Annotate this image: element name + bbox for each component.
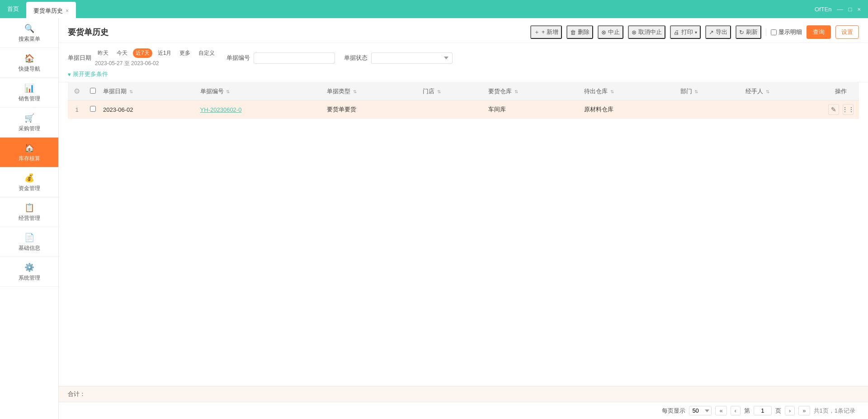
- th-action: 操作: [823, 82, 859, 100]
- top-nav: 首页 要货单历史 × OfTEn — □ ×: [0, 0, 868, 18]
- sidebar-label-sales: 销售管理: [19, 95, 40, 103]
- th-pending-warehouse[interactable]: 待出仓库 ⇅: [580, 82, 676, 100]
- th-settings: ⚙: [68, 82, 86, 100]
- table-row: 1 2023-06-02 YH-20230602-0 要货单要货 车间库 原材料…: [68, 100, 859, 119]
- th-checkbox: [86, 82, 99, 100]
- select-all-checkbox[interactable]: [90, 88, 96, 94]
- row-more-icon[interactable]: ⋮⋮: [843, 104, 854, 115]
- docnum-input[interactable]: [254, 52, 335, 64]
- docnum-label: 单据编号: [226, 54, 250, 62]
- home-icon: 🏠: [24, 53, 34, 63]
- finance-icon: 💰: [24, 173, 34, 183]
- query-button[interactable]: 查询: [807, 25, 831, 39]
- settings-button[interactable]: 设置: [835, 25, 859, 39]
- data-table: ⚙ 单据日期 ⇅ 单据编号 ⇅: [68, 82, 859, 119]
- sidebar-label-search: 搜索菜单: [19, 35, 40, 43]
- tab-close-icon[interactable]: ×: [66, 8, 69, 14]
- filter-docnum: 单据编号: [226, 52, 335, 64]
- date-opt-more[interactable]: 更多: [177, 48, 193, 58]
- sidebar-item-system[interactable]: ⚙️ 系统管理: [0, 257, 58, 287]
- sidebar-label-inventory: 库存核算: [19, 155, 40, 162]
- status-select[interactable]: [371, 52, 453, 64]
- page-size-select[interactable]: 20 50 100: [689, 406, 712, 415]
- sidebar-item-basic-info[interactable]: 📄 基础信息: [0, 227, 58, 257]
- sidebar-item-finance[interactable]: 💰 资金管理: [0, 167, 58, 197]
- export-icon: ↗: [709, 29, 714, 36]
- new-icon: ＋: [534, 28, 540, 36]
- pagination: 每页显示 20 50 100 « ‹ 第 页 › » 共1页，1条记录: [59, 402, 868, 419]
- window-close-icon[interactable]: ×: [857, 6, 861, 13]
- sidebar-label-quick-nav: 快捷导航: [19, 65, 40, 73]
- expand-more-btn[interactable]: ▾ 展开更多条件: [68, 70, 859, 78]
- display-detail-checkbox[interactable]: [771, 29, 777, 35]
- filter-area: 单据日期 昨天 今天 近7天 近1月 更多 自定义 2023-05-27 至 2…: [59, 43, 868, 82]
- column-settings-icon[interactable]: ⚙: [74, 87, 80, 95]
- expand-more-label: 展开更多条件: [73, 70, 108, 78]
- content-area: 要货单历史 ＋ + 新增 🗑 删除 ⊗ 中止 ⊗ 取消中止: [59, 18, 868, 419]
- toolbar: ＋ + 新增 🗑 删除 ⊗ 中止 ⊗ 取消中止 🖨 打印: [530, 25, 859, 39]
- first-page-btn[interactable]: «: [715, 406, 726, 415]
- status-label: 单据状态: [344, 54, 368, 62]
- next-page-btn[interactable]: ›: [785, 406, 795, 415]
- date-opt-1month[interactable]: 近1月: [155, 48, 175, 58]
- date-opt-today[interactable]: 今天: [114, 48, 130, 58]
- th-store[interactable]: 门店 ⇅: [419, 82, 485, 100]
- sidebar-item-search[interactable]: 🔍 搜索菜单: [0, 18, 58, 48]
- th-req-warehouse[interactable]: 要货仓库 ⇅: [485, 82, 580, 100]
- delete-button[interactable]: 🗑 删除: [566, 25, 593, 39]
- th-docdate[interactable]: 单据日期 ⇅: [99, 82, 197, 100]
- print-button[interactable]: 🖨 打印 ▾: [670, 25, 701, 39]
- sort-icon-pending-warehouse: ⇅: [610, 89, 614, 94]
- cancel-stop-button[interactable]: ⊗ 取消中止: [628, 25, 665, 39]
- sort-icon-department: ⇅: [694, 89, 698, 94]
- date-opt-7days[interactable]: 近7天: [133, 48, 152, 58]
- filter-date: 单据日期 昨天 今天 近7天 近1月 更多 自定义 2023-05-27 至 2…: [68, 48, 217, 67]
- sort-icon-docnum: ⇅: [226, 89, 230, 94]
- tab-requisition-history[interactable]: 要货单历史 ×: [26, 2, 76, 20]
- row-docnum-link[interactable]: YH-20230602-0: [200, 106, 242, 113]
- display-detail-label[interactable]: 显示明细: [771, 28, 802, 36]
- last-page-btn[interactable]: »: [798, 406, 810, 415]
- th-doctype[interactable]: 单据类型 ⇅: [323, 82, 419, 100]
- row-checkbox[interactable]: [90, 106, 96, 112]
- th-department[interactable]: 部门 ⇅: [677, 82, 742, 100]
- sidebar-label-operations: 经营管理: [19, 214, 40, 222]
- sidebar-item-quick-nav[interactable]: 🏠 快捷导航: [0, 48, 58, 78]
- expand-chevron-icon: ▾: [68, 71, 71, 78]
- main-layout: 🔍 搜索菜单 🏠 快捷导航 📊 销售管理 🛒 采购管理 🏠 库存核算 💰 资金管…: [0, 18, 868, 419]
- sort-icon-docdate: ⇅: [129, 89, 133, 94]
- th-handler[interactable]: 经手人 ⇅: [742, 82, 823, 100]
- date-opts: 昨天 今天 近7天 近1月 更多 自定义: [95, 48, 217, 58]
- sidebar-label-basic-info: 基础信息: [19, 244, 40, 252]
- stop-button[interactable]: ⊗ 中止: [598, 25, 623, 39]
- sidebar-item-purchase[interactable]: 🛒 采购管理: [0, 108, 58, 138]
- sidebar-item-inventory[interactable]: 🏠 库存核算: [0, 138, 58, 167]
- toolbar-divider: [766, 29, 766, 36]
- row-doctype: 要货单要货: [323, 100, 419, 119]
- date-label: 单据日期: [68, 54, 91, 62]
- refresh-button[interactable]: ↻ 刷新: [736, 25, 761, 39]
- stop-icon: ⊗: [601, 29, 606, 36]
- maximize-icon[interactable]: □: [849, 6, 852, 13]
- th-docnum[interactable]: 单据编号 ⇅: [197, 82, 323, 100]
- new-button[interactable]: ＋ + 新增: [530, 25, 562, 39]
- sidebar-item-sales[interactable]: 📊 销售管理: [0, 78, 58, 108]
- row-docdate: 2023-06-02: [99, 100, 197, 119]
- page-unit: 页: [775, 407, 781, 415]
- operations-icon: 📋: [24, 203, 34, 213]
- sidebar-item-operations[interactable]: 📋 经营管理: [0, 197, 58, 227]
- minimize-icon[interactable]: —: [837, 6, 843, 13]
- export-button[interactable]: ↗ 导出: [705, 25, 731, 39]
- tab-home[interactable]: 首页: [0, 0, 26, 18]
- prev-page-btn[interactable]: ‹: [731, 406, 741, 415]
- cancel-stop-icon: ⊗: [632, 29, 637, 36]
- page-num-input[interactable]: [754, 406, 772, 415]
- row-edit-icon[interactable]: ✎: [828, 104, 839, 115]
- date-opt-custom[interactable]: 自定义: [196, 48, 217, 58]
- sidebar: 🔍 搜索菜单 🏠 快捷导航 📊 销售管理 🛒 采购管理 🏠 库存核算 💰 资金管…: [0, 18, 59, 419]
- row-index: 1: [68, 100, 86, 119]
- date-opt-yesterday[interactable]: 昨天: [95, 48, 111, 58]
- row-department: [677, 100, 742, 119]
- sort-icon-handler: ⇅: [766, 89, 769, 94]
- print-icon: 🖨: [674, 29, 679, 36]
